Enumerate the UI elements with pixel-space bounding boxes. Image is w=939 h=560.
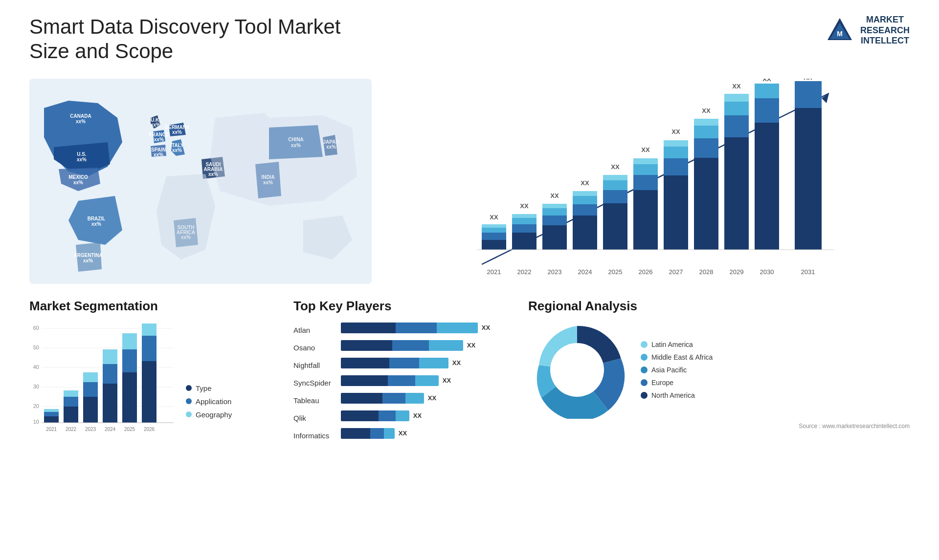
regional-dot-na	[641, 392, 648, 399]
regional-legend-apac: Asia Pacific	[641, 366, 713, 374]
svg-text:10: 10	[33, 419, 39, 425]
player-bar-syncspider	[341, 375, 439, 386]
player-syncspider: SyncSpider	[293, 376, 331, 390]
svg-rect-40	[482, 228, 506, 233]
player-bar-informatics	[341, 428, 395, 439]
player-bar-label-nightfall: XX	[452, 359, 461, 366]
svg-rect-63	[603, 190, 627, 203]
svg-rect-83	[694, 119, 718, 126]
svg-text:2027: 2027	[669, 268, 683, 276]
svg-rect-93	[755, 98, 779, 123]
svg-rect-132	[122, 333, 137, 349]
svg-text:2021: 2021	[46, 427, 57, 432]
svg-text:xx%: xx%	[91, 221, 101, 227]
player-tableau: Tableau	[293, 394, 331, 408]
regional-legend-na: North America	[641, 391, 713, 399]
regional-legend: Latin America Middle East & Africa Asia …	[641, 341, 713, 399]
legend-dot-type	[186, 385, 192, 391]
svg-rect-92	[755, 123, 779, 250]
svg-text:XX: XX	[550, 192, 559, 199]
svg-text:2021: 2021	[487, 268, 501, 276]
svg-text:2030: 2030	[760, 268, 774, 276]
player-names: Atlan Osano Nightfall SyncSpider Tableau…	[293, 321, 331, 443]
regional-label-latin: Latin America	[651, 341, 693, 348]
players-section: Top Key Players Atlan Osano Nightfall Sy…	[293, 299, 518, 443]
svg-text:XX: XX	[671, 128, 680, 135]
legend-dot-application	[186, 398, 192, 404]
svg-text:2024: 2024	[578, 268, 592, 276]
player-bar-label-osano: XX	[467, 342, 475, 349]
player-bar-qlik	[341, 410, 409, 421]
player-bar-row-qlik: XX	[341, 409, 518, 423]
svg-rect-64	[603, 180, 627, 190]
legend-label-application: Application	[196, 397, 231, 406]
svg-text:XX: XX	[804, 79, 812, 81]
regional-label-mea: Middle East & Africa	[651, 353, 713, 361]
svg-rect-44	[512, 233, 537, 250]
bar-chart-section: XX 2021 XX 2022 XX 2023	[386, 79, 910, 284]
svg-rect-53	[542, 204, 567, 208]
regional-label-apac: Asia Pacific	[651, 366, 687, 374]
svg-text:30: 30	[33, 384, 39, 389]
player-bar-label-informatics: XX	[399, 430, 407, 437]
svg-text:20: 20	[33, 403, 39, 409]
logo-text: MARKETRESEARCHINTELLECT	[860, 15, 910, 46]
svg-rect-47	[512, 214, 537, 218]
svg-rect-130	[122, 372, 137, 423]
seg-legend: Type Application Geography	[186, 384, 232, 433]
segmentation-section: Market Segmentation 60 50 40 30 20 10	[29, 299, 284, 433]
svg-rect-82	[694, 126, 718, 138]
player-bar-label-tableau: XX	[428, 394, 436, 402]
legend-label-type: Type	[196, 384, 212, 392]
svg-text:2025: 2025	[608, 268, 623, 276]
player-atlan: Atlan	[293, 323, 331, 337]
growth-bar-chart: XX 2021 XX 2022 XX 2023	[386, 79, 910, 284]
svg-rect-87	[724, 115, 749, 137]
source-text: Source : www.marketresearchintellect.com	[528, 423, 910, 430]
svg-text:xx%: xx%	[77, 157, 87, 162]
svg-text:xx%: xx%	[154, 152, 163, 157]
svg-text:2026: 2026	[144, 427, 155, 432]
regional-section: Regional Analysis	[528, 299, 910, 430]
svg-rect-94	[755, 84, 779, 98]
bottom-row: Market Segmentation 60 50 40 30 20 10	[29, 299, 910, 443]
svg-text:xx%: xx%	[154, 137, 164, 142]
regional-dot-mea	[641, 354, 648, 361]
player-bar-row-atlan: XX	[341, 321, 518, 335]
svg-rect-71	[633, 158, 658, 164]
svg-point-139	[550, 343, 604, 397]
svg-rect-114	[44, 416, 59, 423]
svg-rect-98	[795, 81, 822, 108]
regional-dot-apac	[641, 366, 648, 373]
players-title: Top Key Players	[293, 299, 518, 314]
player-osano: Osano	[293, 341, 331, 355]
svg-text:XX: XX	[520, 202, 529, 210]
svg-text:U.S.: U.S.	[77, 151, 87, 157]
svg-text:XX: XX	[581, 179, 589, 187]
legend-item-application: Application	[186, 397, 232, 406]
svg-rect-69	[633, 175, 658, 190]
logo-icon: M	[825, 16, 854, 45]
player-bar-atlan	[341, 323, 478, 333]
svg-text:50: 50	[33, 345, 39, 350]
svg-text:XX: XX	[732, 83, 741, 90]
svg-rect-88	[724, 102, 749, 115]
svg-text:M: M	[837, 30, 843, 38]
player-bar-row-nightfall: XX	[341, 356, 518, 370]
svg-rect-134	[142, 361, 156, 423]
player-bar-row-osano: XX	[341, 339, 518, 352]
svg-text:2022: 2022	[66, 427, 77, 432]
page-title: Smart Data Discovery Tool Market Size an…	[29, 15, 372, 64]
svg-rect-68	[633, 190, 658, 250]
svg-text:2028: 2028	[699, 268, 714, 276]
regional-label-europe: Europe	[651, 379, 673, 387]
svg-rect-62	[603, 203, 627, 250]
svg-rect-46	[512, 218, 537, 224]
svg-rect-131	[122, 349, 137, 372]
svg-text:2022: 2022	[517, 268, 532, 276]
svg-rect-51	[542, 215, 567, 225]
svg-text:BRAZIL: BRAZIL	[88, 216, 106, 221]
svg-text:2031: 2031	[801, 268, 815, 276]
svg-text:ARGENTINA: ARGENTINA	[73, 253, 102, 258]
svg-rect-126	[103, 384, 117, 423]
